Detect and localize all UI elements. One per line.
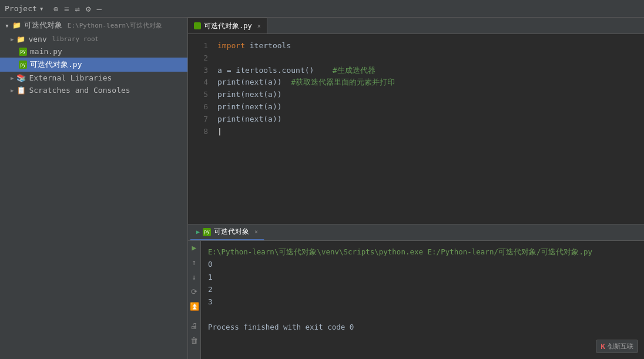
sidebar-item-ext-libs[interactable]: ▶ 📚 External Libraries — [0, 72, 187, 84]
run-btn[interactable]: ▶ — [192, 243, 197, 252]
finish-msg: Process finished with exit code 0 — [208, 323, 354, 331]
ext-icon: 📚 — [16, 73, 26, 82]
main-area: ▾ 📁 可迭代对象 E:\Python-learn\可迭代对象 ▶ 📁 venv… — [0, 18, 644, 359]
iterable-py-icon: py — [19, 61, 27, 69]
sidebar-item-scratches[interactable]: ▶ 📋 Scratches and Consoles — [0, 84, 187, 96]
editor-tab-bar: 可迭代对象.py × — [188, 18, 644, 34]
sidebar-item-main-py[interactable]: py main.py — [0, 45, 187, 58]
scratches-expand-icon: ▶ — [11, 88, 14, 93]
venv-label: venv — [28, 35, 46, 43]
tab-iterable-py[interactable]: 可迭代对象.py × — [188, 18, 267, 33]
output-line: 2 — [208, 285, 213, 294]
main-py-icon: py — [19, 48, 27, 56]
scroll-up-btn[interactable]: ↑ — [192, 258, 197, 267]
folder-icon: 📁 — [12, 21, 21, 29]
scroll-down-btn[interactable]: ↓ — [192, 273, 197, 281]
sidebar-item-venv[interactable]: ▶ 📁 venv library root — [0, 33, 187, 45]
sidebar-item-iterable-py[interactable]: py 可迭代对象.py — [0, 58, 187, 72]
run-tab-close[interactable]: × — [254, 229, 258, 235]
watermark-text: 创新互联 — [608, 342, 633, 351]
run-command: E:\Python-learn\可迭代对象\venv\Scripts\pytho… — [208, 247, 592, 256]
output-line: 3 — [208, 297, 213, 306]
rerun-btn[interactable]: ⟳ — [191, 287, 197, 296]
run-tab-icon: py — [203, 228, 211, 236]
project-label: Project — [5, 4, 37, 13]
sidebar: ▾ 📁 可迭代对象 E:\Python-learn\可迭代对象 ▶ 📁 venv… — [0, 18, 188, 359]
tab-file-icon — [194, 22, 201, 29]
code-editor[interactable]: 1 2 3 4 5 6 7 8 import itertools a = ite… — [188, 34, 644, 224]
output-line: 1 — [208, 273, 213, 281]
output-line: 0 — [208, 260, 213, 269]
root-expand-icon: ▾ — [5, 21, 9, 30]
minimize-icon[interactable]: — — [96, 4, 101, 14]
bottom-tab-bar: ▶ py 可迭代对象 × — [188, 224, 644, 241]
scratches-icon: 📋 — [16, 86, 26, 95]
bottom-tab-run[interactable]: ▶ py 可迭代对象 × — [190, 224, 264, 240]
add-icon[interactable]: ⊕ — [53, 4, 58, 14]
venv-folder-icon: 📁 — [16, 35, 25, 43]
main-py-label: main.py — [30, 47, 62, 56]
venv-sublabel: library root — [52, 35, 99, 43]
project-dropdown-icon[interactable]: ▾ — [39, 4, 44, 13]
tab-close-btn[interactable]: × — [257, 23, 261, 29]
editor-area: 可迭代对象.py × 1 2 3 4 5 6 7 8 import iterto… — [188, 18, 644, 359]
bottom-controls: ▶ ↑ ↓ ⟳ ⏫ 🖨 🗑 E:\Python-learn\可迭代对象\venv… — [188, 241, 644, 359]
terminal-output: E:\Python-learn\可迭代对象\venv\Scripts\pytho… — [201, 241, 644, 359]
expand-icon: ▶ — [11, 36, 14, 42]
watermark-logo: K — [601, 342, 605, 351]
ext-expand-icon: ▶ — [11, 75, 14, 81]
run-tab-run-icon: ▶ — [196, 229, 200, 235]
root-label: 可迭代对象 — [24, 20, 62, 31]
delete-btn[interactable]: 🗑 — [190, 336, 198, 345]
bottom-panel: ▶ py 可迭代对象 × ▶ ↑ ↓ ⟳ ⏫ 🖨 🗑 — [188, 224, 644, 359]
sidebar-root[interactable]: ▾ 📁 可迭代对象 E:\Python-learn\可迭代对象 — [0, 18, 187, 33]
line-numbers: 1 2 3 4 5 6 7 8 — [188, 34, 212, 224]
watermark: K 创新互联 — [596, 340, 638, 353]
stop-btn[interactable]: ⏫ — [190, 302, 199, 311]
iterable-py-label: 可迭代对象.py — [30, 59, 82, 70]
tab-label: 可迭代对象.py — [204, 21, 252, 31]
root-path: E:\Python-learn\可迭代对象 — [68, 21, 162, 30]
sync-icon[interactable]: ⇌ — [75, 4, 80, 14]
project-menu[interactable]: Project ▾ — [5, 4, 44, 13]
print-btn[interactable]: 🖨 — [190, 321, 198, 330]
list-icon[interactable]: ≡ — [64, 4, 69, 14]
title-bar: Project ▾ ⊕ ≡ ⇌ ⚙ — — [0, 0, 644, 18]
run-tab-label: 可迭代对象 — [214, 227, 249, 237]
code-content[interactable]: import itertools a = itertools.count() #… — [212, 34, 644, 224]
side-action-buttons: ▶ ↑ ↓ ⟳ ⏫ 🖨 🗑 — [188, 241, 201, 359]
settings-icon[interactable]: ⚙ — [86, 4, 90, 14]
ext-libs-label: External Libraries — [29, 73, 112, 82]
scratches-label: Scratches and Consoles — [29, 86, 130, 95]
toolbar-icons: ⊕ ≡ ⇌ ⚙ — — [53, 4, 102, 14]
